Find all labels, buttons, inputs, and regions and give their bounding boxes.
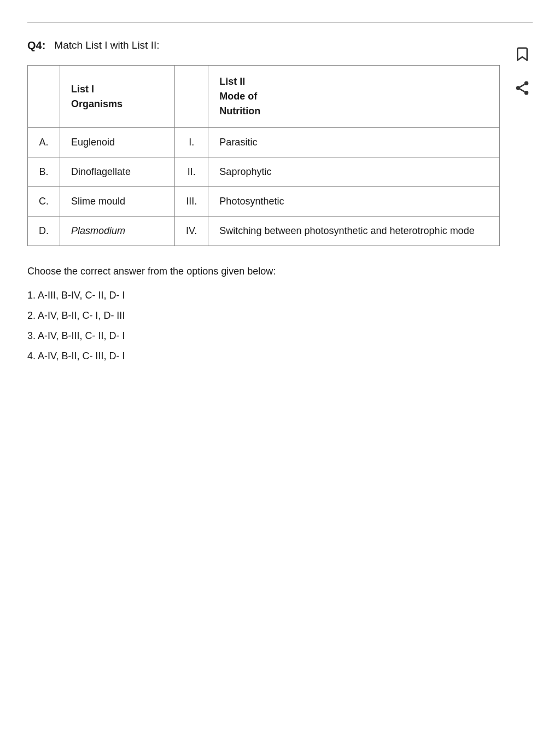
row-a-roman: I.	[175, 128, 208, 157]
question-content: Q4: Match List I with List II: List IOrg…	[27, 39, 533, 369]
svg-point-0	[524, 81, 529, 86]
question-text: Match List I with List II:	[54, 39, 159, 51]
header-col-empty1	[28, 66, 60, 128]
side-icons	[512, 39, 533, 98]
share-button[interactable]	[512, 78, 533, 98]
bookmark-button[interactable]	[512, 44, 533, 65]
answer-instruction: Choose the correct answer from the optio…	[27, 264, 500, 279]
list-item[interactable]: 2. A-IV, B-II, C- I, D- III	[27, 308, 500, 323]
row-d-organism: Plasmodium	[60, 217, 175, 246]
header-col-empty2	[175, 66, 208, 128]
svg-point-1	[516, 86, 521, 90]
row-c-roman: III.	[175, 187, 208, 217]
table-row: C. Slime mould III. Photosynthetic	[28, 187, 500, 217]
question-header: Q4: Match List I with List II:	[27, 39, 500, 52]
table-row: D. Plasmodium IV. Switching between phot…	[28, 217, 500, 246]
row-d-nutrition: Switching between photosynthetic and het…	[208, 217, 500, 246]
list-item[interactable]: 4. A-IV, B-II, C- III, D- I	[27, 349, 500, 364]
row-c-nutrition: Photosynthetic	[208, 187, 500, 217]
table-row: A. Euglenoid I. Parasitic	[28, 128, 500, 157]
svg-point-2	[524, 91, 529, 95]
svg-line-4	[520, 84, 525, 87]
row-b-nutrition: Saprophytic	[208, 157, 500, 187]
answer-options-list: 1. A-III, B-IV, C- II, D- I 2. A-IV, B-I…	[27, 288, 500, 364]
row-b-letter: B.	[28, 157, 60, 187]
match-table: List IOrganisms List IIMode ofNutrition …	[27, 65, 500, 246]
row-c-letter: C.	[28, 187, 60, 217]
row-a-organism: Euglenoid	[60, 128, 175, 157]
top-divider	[27, 22, 533, 23]
question-container: Q4: Match List I with List II: List IOrg…	[27, 39, 533, 369]
row-d-letter: D.	[28, 217, 60, 246]
list-item[interactable]: 1. A-III, B-IV, C- II, D- I	[27, 288, 500, 303]
row-a-letter: A.	[28, 128, 60, 157]
row-c-organism: Slime mould	[60, 187, 175, 217]
list-item[interactable]: 3. A-IV, B-III, C- II, D- I	[27, 329, 500, 343]
table-row: B. Dinoflagellate II. Saprophytic	[28, 157, 500, 187]
header-col-list2: List IIMode ofNutrition	[208, 66, 500, 128]
row-b-organism: Dinoflagellate	[60, 157, 175, 187]
header-col-list1: List IOrganisms	[60, 66, 175, 128]
svg-line-3	[520, 89, 525, 92]
row-a-nutrition: Parasitic	[208, 128, 500, 157]
row-d-roman: IV.	[175, 217, 208, 246]
row-b-roman: II.	[175, 157, 208, 187]
table-header-row: List IOrganisms List IIMode ofNutrition	[28, 66, 500, 128]
question-number: Q4:	[27, 39, 45, 52]
